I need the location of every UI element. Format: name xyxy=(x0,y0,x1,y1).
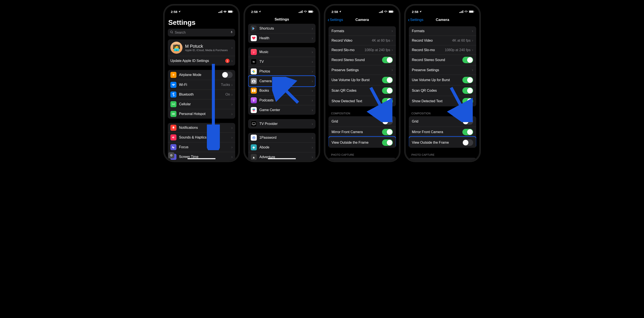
volume-burst-row[interactable]: Use Volume Up for Burst xyxy=(409,75,476,85)
home-indicator[interactable] xyxy=(188,158,216,159)
svg-rect-41 xyxy=(460,12,461,13)
tvprovider-row[interactable]: TV Provider › xyxy=(248,119,316,129)
volume-burst-toggle[interactable] xyxy=(462,77,473,83)
view-outside-frame-row[interactable]: View Outside the Frame xyxy=(328,137,396,148)
row-label: TV xyxy=(259,60,312,64)
svg-rect-0 xyxy=(218,12,219,13)
svg-rect-46 xyxy=(474,11,474,12)
volume-burst-row[interactable]: Use Volume Up for Burst xyxy=(328,75,396,85)
health-row[interactable]: Health › xyxy=(248,33,316,43)
gamecenter-row[interactable]: Game Center › xyxy=(248,105,316,115)
photographic-styles-row[interactable]: Photographic Styles xyxy=(409,158,476,161)
svg-rect-19 xyxy=(313,11,314,12)
scan-qr-toggle[interactable] xyxy=(382,87,393,94)
stereo-row[interactable]: Record Stereo Sound xyxy=(328,55,396,65)
row-label: Mirror Front Camera xyxy=(412,130,462,134)
podcasts-icon xyxy=(251,97,257,103)
row-label: 1Password xyxy=(259,136,312,140)
wifi-icon xyxy=(384,10,388,13)
airplane-toggle[interactable] xyxy=(222,72,232,78)
detected-text-toggle[interactable] xyxy=(382,98,393,104)
grid-toggle[interactable] xyxy=(462,118,473,125)
focus-row[interactable]: Focus › xyxy=(168,142,235,152)
shortcuts-row[interactable]: Shortcuts › xyxy=(248,24,316,33)
row-label: Wi-Fi xyxy=(179,83,221,87)
formats-row[interactable]: Formats› xyxy=(328,26,396,36)
photos-row[interactable]: Photos › xyxy=(248,67,316,76)
app-row[interactable]: ▲ Adventure › xyxy=(248,152,316,161)
preserve-row[interactable]: Preserve Settings› xyxy=(328,65,396,75)
scan-qr-toggle[interactable] xyxy=(462,87,473,94)
scan-qr-row[interactable]: Scan QR Codes xyxy=(409,85,476,96)
podcasts-row[interactable]: Podcasts › xyxy=(248,96,316,105)
back-button[interactable]: ‹ Settings xyxy=(328,17,343,22)
location-icon xyxy=(339,10,342,13)
stereo-row[interactable]: Record Stereo Sound xyxy=(409,55,476,65)
svg-rect-13 xyxy=(299,12,299,13)
record-video-row[interactable]: Record Video4K at 60 fps› xyxy=(409,36,476,45)
svg-rect-2 xyxy=(220,11,221,13)
app-row[interactable]: ⦿ 1Password › xyxy=(248,133,316,143)
back-button[interactable]: ‹ Settings xyxy=(408,17,423,22)
record-slomo-row[interactable]: Record Slo-mo1080p at 240 fps› xyxy=(328,45,396,55)
tv-row[interactable]: tv TV › xyxy=(248,57,316,67)
wifi-row[interactable]: Wi-Fi Tucks › xyxy=(168,80,235,90)
wifi-icon xyxy=(223,10,227,13)
apple-id-row[interactable]: 🧑‍💻 M Potuck Apple ID, iCloud, Media & P… xyxy=(168,39,235,56)
preserve-row[interactable]: Preserve Settings› xyxy=(409,65,476,75)
svg-line-8 xyxy=(172,32,173,33)
chevron-right-icon: › xyxy=(231,112,232,116)
photographic-styles-row[interactable]: Photographic Styles xyxy=(328,158,396,161)
grid-toggle[interactable] xyxy=(382,118,393,125)
airplane-mode-row[interactable]: ✈︎ Airplane Mode xyxy=(168,70,235,80)
notch xyxy=(184,5,219,12)
row-detail: 1080p at 240 fps xyxy=(364,48,390,52)
row-label: Mirror Front Camera xyxy=(332,130,382,134)
notifications-row[interactable]: Notifications › xyxy=(168,123,235,133)
sounds-row[interactable]: Sounds & Haptics › xyxy=(168,133,235,142)
volume-burst-toggle[interactable] xyxy=(382,77,393,83)
cellular-row[interactable]: Cellular › xyxy=(168,99,235,109)
stereo-toggle[interactable] xyxy=(462,57,473,63)
stereo-toggle[interactable] xyxy=(382,57,393,63)
search-input[interactable]: Search xyxy=(168,29,235,36)
row-label: Camera xyxy=(259,79,312,83)
books-row[interactable]: Books › xyxy=(248,86,316,96)
home-indicator[interactable] xyxy=(268,158,296,159)
hotspot-icon xyxy=(170,111,176,117)
chevron-right-icon: › xyxy=(312,79,313,83)
chevron-right-icon: › xyxy=(472,68,473,72)
mirror-toggle[interactable] xyxy=(382,129,393,135)
detected-text-toggle[interactable] xyxy=(462,98,473,104)
formats-row[interactable]: Formats› xyxy=(409,26,476,36)
status-time: 2:58 xyxy=(412,10,418,13)
record-slomo-row[interactable]: Record Slo-mo1080p at 240 fps› xyxy=(409,45,476,55)
photos-icon xyxy=(251,68,257,74)
mirror-toggle[interactable] xyxy=(462,129,473,135)
hotspot-row[interactable]: Personal Hotspot › xyxy=(168,109,235,119)
battery-icon xyxy=(228,10,234,13)
mirror-row[interactable]: Mirror Front Camera xyxy=(328,127,396,137)
screen-time-row[interactable]: Screen Time › xyxy=(168,152,235,161)
view-outside-frame-row[interactable]: View Outside the Frame xyxy=(409,137,476,148)
grid-row[interactable]: Grid xyxy=(328,116,396,127)
bluetooth-row[interactable]: Bluetooth On › xyxy=(168,90,235,99)
app-row[interactable]: ◆ Abode › xyxy=(248,143,316,152)
row-label: Record Slo-mo xyxy=(412,48,445,52)
detected-text-row[interactable]: Show Detected Text xyxy=(328,96,396,106)
mirror-row[interactable]: Mirror Front Camera xyxy=(409,127,476,137)
scan-qr-row[interactable]: Scan QR Codes xyxy=(328,85,396,96)
tv-provider-icon xyxy=(251,121,257,127)
camera-row[interactable]: Camera › xyxy=(248,76,316,86)
svg-rect-3 xyxy=(222,10,222,13)
music-row[interactable]: ♪ Music › xyxy=(248,47,316,57)
grid-row[interactable]: Grid xyxy=(409,116,476,127)
detected-text-row[interactable]: Show Detected Text xyxy=(409,96,476,106)
record-video-row[interactable]: Record Video4K at 60 fps› xyxy=(328,36,396,45)
update-apple-id-row[interactable]: Update Apple ID Settings 1 › xyxy=(168,56,235,66)
svg-rect-16 xyxy=(302,10,302,13)
composition-header: COMPOSITION xyxy=(406,111,479,116)
view-outside-toggle[interactable] xyxy=(462,139,473,146)
view-outside-toggle[interactable] xyxy=(382,139,393,146)
row-label: Record Video xyxy=(332,39,372,42)
